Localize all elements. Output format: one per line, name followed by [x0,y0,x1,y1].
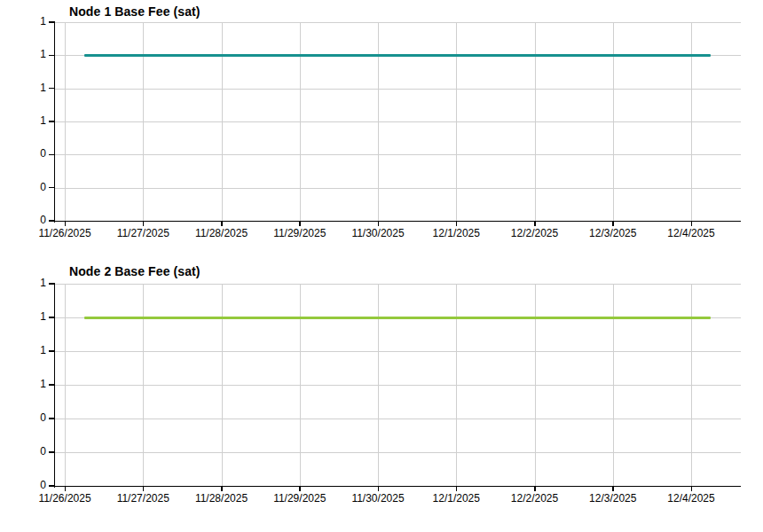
x-axis [54,486,742,488]
x-tick-label: 12/4/2025 [652,492,730,505]
series-line-node2 [84,317,711,319]
gridline-vertical [300,284,301,486]
x-tick-label: 11/26/2025 [26,492,104,505]
base-fee-dashboard: Node 1 Base Fee (sat) 11/26/202511/27/20… [0,0,763,532]
y-tick-label: 0 [18,411,46,424]
y-tick-label: 1 [18,344,46,356]
y-tick-label: 1 [18,310,46,323]
gridline-horizontal [55,419,741,419]
y-tick-label: 0 [18,445,46,458]
gridline-vertical [378,284,379,486]
x-tick-label: 12/3/2025 [574,492,652,505]
chart-title: Node 2 Base Fee (sat) [69,264,201,278]
gridline-horizontal [55,452,741,453]
y-axis [54,284,56,488]
x-tick-label: 12/2/2025 [496,492,574,505]
chart-node-2-base-fee: Node 2 Base Fee (sat) 11/26/202511/27/20… [0,0,763,532]
x-tick-label: 11/28/2025 [183,492,261,505]
x-tick-label: 11/29/2025 [261,492,339,505]
gridline-vertical [222,284,223,486]
y-tick-label: 0 [18,479,46,491]
x-tick-label: 11/27/2025 [104,492,182,505]
gridline-horizontal [55,284,741,285]
x-tick-label: 11/30/2025 [339,492,417,505]
x-tick-label: 12/1/2025 [417,492,495,505]
y-tick-label: 1 [18,277,46,289]
gridline-horizontal [55,385,741,386]
gridline-vertical [456,284,457,486]
gridline-vertical [691,284,692,486]
gridline-vertical [535,284,536,486]
gridline-vertical [65,284,66,486]
y-tick-label: 1 [18,378,46,390]
gridline-horizontal [55,351,741,352]
gridline-vertical [143,284,144,486]
gridline-vertical [613,284,614,486]
